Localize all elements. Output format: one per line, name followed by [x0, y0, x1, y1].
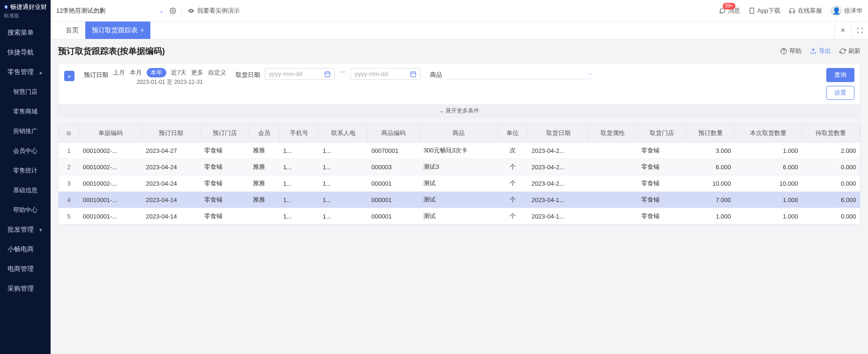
cell-od: 2023-04-24 — [142, 159, 200, 175]
cell-phone: 1... — [279, 192, 319, 208]
tab-home[interactable]: 首页 — [59, 22, 85, 39]
demo-link[interactable]: 我要看实例演示 — [188, 7, 240, 15]
help-button[interactable]: 帮助 — [780, 47, 801, 55]
column-header[interactable]: 单据编码 — [79, 124, 142, 143]
cell-phone: 1... — [279, 175, 319, 192]
sidebar-item-13[interactable]: 采购管理 — [0, 279, 51, 299]
cell-contact: 1... — [319, 143, 368, 159]
cell-attr — [588, 143, 637, 159]
cell-idx: 1 — [59, 143, 79, 159]
close-all-button[interactable]: ✕ — [834, 22, 851, 39]
export-button[interactable]: 导出 — [810, 47, 831, 55]
collapse-filter-button[interactable]: » — [64, 71, 74, 81]
sidebar-item-5[interactable]: 营销推广 — [0, 121, 51, 141]
table-row[interactable]: 100010002-...2023-04-27零食铺雅雅1...1...0007… — [59, 143, 860, 159]
column-header[interactable]: 联系人电 — [319, 124, 368, 143]
app-download-button[interactable]: App下载 — [749, 7, 780, 15]
range-custom[interactable]: 自定义 — [208, 68, 226, 77]
sidebar-item-2[interactable]: 零售管理▲ — [0, 62, 51, 82]
range-more[interactable]: 更多 — [191, 68, 203, 77]
query-button[interactable]: 查询 — [826, 68, 854, 82]
cell-qty: 1.000 — [686, 208, 735, 225]
sidebar-item-7[interactable]: 零售统计 — [0, 161, 51, 181]
svg-point-1 — [190, 9, 193, 12]
column-header[interactable]: 预订日期 — [142, 124, 200, 143]
sidebar-item-label: 采购管理 — [7, 285, 34, 293]
sidebar-item-9[interactable]: 帮助中心 — [0, 200, 51, 220]
messages-button[interactable]: 99+ 消息 — [719, 7, 740, 15]
column-header[interactable]: 单位 — [497, 124, 528, 143]
table-row[interactable]: 200010002-...2023-04-24零食铺雅雅1...1...0000… — [59, 159, 860, 175]
cell-qty: 10.000 — [686, 175, 735, 192]
column-header[interactable]: 预订门店 — [200, 124, 249, 143]
column-header[interactable]: 待取货数量 — [802, 124, 860, 143]
column-header[interactable]: 商品编码 — [368, 124, 420, 143]
range-last-month[interactable]: 上月 — [113, 68, 125, 77]
cell-left: 6.000 — [802, 192, 860, 208]
range-this-month[interactable]: 本月 — [130, 68, 142, 77]
settings-button[interactable]: 设置 — [826, 86, 854, 100]
table-body: 100010002-...2023-04-27零食铺雅雅1...1...0007… — [59, 143, 860, 225]
column-header[interactable]: 取货门店 — [638, 124, 686, 143]
column-header[interactable]: ⚙ — [59, 124, 79, 143]
cell-attr — [588, 208, 637, 225]
sidebar-item-8[interactable]: 基础信息 — [0, 181, 51, 200]
pickup-date-from[interactable]: yyyy-mm-dd — [265, 68, 335, 80]
cell-attr — [588, 175, 637, 192]
sidebar-item-label: 智慧门店 — [13, 88, 37, 96]
cell-left: 0.000 — [802, 159, 860, 175]
range-this-year[interactable]: 本年 — [147, 68, 166, 77]
column-header[interactable]: 商品 — [420, 124, 497, 143]
tab-tracking[interactable]: 预订取货跟踪表 × — [85, 22, 150, 39]
date-separator: — — [340, 68, 346, 75]
cell-member — [249, 208, 280, 225]
sidebar-item-12[interactable]: 电商管理 — [0, 259, 51, 279]
topbar: 12李艳芬测试勿删 ⌄ 我要看实例演示 99+ 消息 App下载 — [51, 0, 868, 22]
range-last7[interactable]: 近7天 — [171, 68, 186, 77]
sidebar-item-11[interactable]: 小畅电商 — [0, 240, 51, 259]
sidebar-item-6[interactable]: 会员中心 — [0, 141, 51, 161]
table-row[interactable]: 500010001-...2023-04-14零食铺1...1...000001… — [59, 208, 860, 225]
cell-pstore: 零食铺 — [638, 143, 686, 159]
support-button[interactable]: 在线客服 — [789, 7, 822, 15]
org-select[interactable]: 12李艳芬测试勿删 ⌄ — [56, 7, 164, 15]
table-row[interactable]: 300010002-...2023-04-24零食铺雅雅1...1...0000… — [59, 175, 860, 192]
column-header[interactable]: 取货日期 — [528, 124, 589, 143]
headset-icon — [789, 8, 795, 14]
refresh-button[interactable]: 刷新 — [839, 47, 861, 55]
cell-store: 零食铺 — [200, 143, 249, 159]
cell-code: 00010002-... — [79, 159, 142, 175]
svg-point-0 — [172, 10, 174, 12]
pickup-date-to[interactable]: yyyy-mm-dd — [350, 68, 421, 80]
sidebar-item-1[interactable]: 快捷导航 — [0, 43, 51, 62]
sidebar-item-label: 搜索菜单 — [7, 29, 34, 37]
cell-code: 00010002-... — [79, 175, 142, 192]
cell-unit: 个 — [497, 159, 528, 175]
sidebar-item-4[interactable]: 零售商城 — [0, 102, 51, 121]
product-picker[interactable]: ··· — [447, 68, 592, 79]
user-menu[interactable]: 👤 徐泽华 — [831, 5, 862, 16]
gear-icon[interactable] — [170, 7, 176, 15]
data-table: ⚙单据编码预订日期预订门店会员手机号联系人电商品编码商品单位取货日期取货属性取货… — [58, 124, 861, 225]
column-header[interactable]: 预订数量 — [686, 124, 735, 143]
column-header[interactable]: 手机号 — [279, 124, 319, 143]
column-header[interactable]: 会员 — [249, 124, 280, 143]
cell-prod: 测试 — [420, 175, 497, 192]
column-header[interactable]: 取货属性 — [588, 124, 637, 143]
cell-qty: 6.000 — [686, 159, 735, 175]
expand-filters-button[interactable]: ⌄ 展开更多条件 — [59, 105, 860, 117]
cell-member: 雅雅 — [249, 143, 280, 159]
pickup-date-filter: 取货日期 yyyy-mm-dd — yyyy-mm-dd — [236, 68, 421, 80]
sidebar-item-10[interactable]: 批发管理▼ — [0, 220, 51, 240]
table-row[interactable]: 400010001-...2023-04-14零食铺雅雅1...1...0000… — [59, 192, 860, 208]
sidebar-item-0[interactable]: 搜索菜单 — [0, 23, 51, 43]
cell-idx: 3 — [59, 175, 79, 192]
calendar-icon — [410, 71, 416, 77]
sidebar-item-label: 快捷导航 — [7, 48, 34, 57]
cell-od: 2023-04-14 — [142, 208, 200, 225]
fullscreen-button[interactable] — [851, 22, 868, 39]
svg-point-2 — [188, 10, 194, 12]
column-header[interactable]: 本次取货数量 — [735, 124, 802, 143]
sidebar-item-3[interactable]: 智慧门店 — [0, 82, 51, 102]
close-icon[interactable]: × — [141, 27, 144, 34]
